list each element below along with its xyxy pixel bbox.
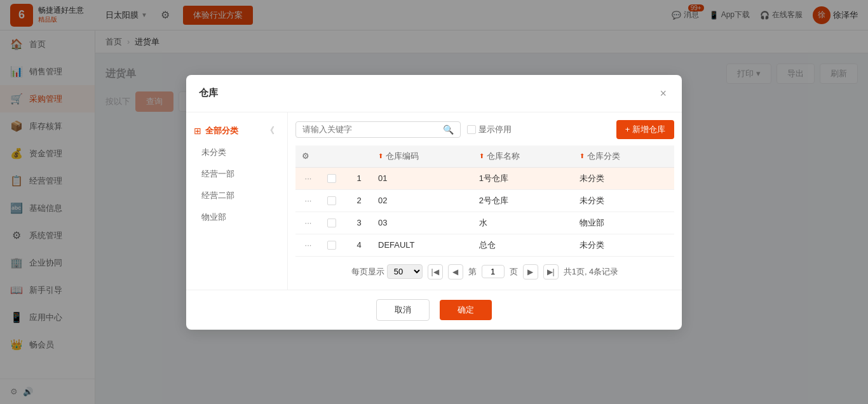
pagination: 每页显示 50 100 |◀ ◀ 第 页 ▶ ▶| 共1页, 4条记录 — [295, 257, 674, 282]
row-code-cell: 03 — [372, 212, 473, 234]
dialog-close-button[interactable]: × — [657, 85, 669, 102]
category-all-label: 全部分类 — [205, 125, 238, 137]
row-code-cell: 01 — [372, 167, 473, 189]
category-item-property[interactable]: 物业部 — [186, 206, 287, 228]
row-category-cell: 物业部 — [573, 212, 674, 234]
row-category-cell: 未分类 — [573, 189, 674, 212]
per-page-select[interactable]: 50 100 — [387, 264, 423, 279]
table-row[interactable]: ··· 1 01 1号仓库 未分类 — [295, 167, 674, 189]
table-row[interactable]: ··· 4 DEFAULT 总仓 未分类 — [295, 234, 674, 256]
row-code-cell: 02 — [372, 189, 473, 212]
col-header-name[interactable]: ⬆ 仓库名称 — [473, 145, 574, 168]
page-last-button[interactable]: ▶| — [543, 264, 559, 279]
table-row[interactable]: ··· 2 02 2号仓库 未分类 — [295, 189, 674, 212]
cancel-button[interactable]: 取消 — [376, 299, 430, 321]
row-action-cell[interactable]: ··· — [295, 234, 321, 256]
warehouse-dialog: 仓库 × ⊞ 全部分类 《 未分类 经营一部 经营二部 物业部 — [186, 75, 682, 330]
col-header-code[interactable]: ⬆ 仓库编码 — [372, 145, 473, 168]
row-check-cell[interactable] — [321, 212, 346, 234]
row-name-cell: 2号仓库 — [473, 189, 574, 212]
grid-icon: ⊞ — [194, 126, 201, 136]
dialog-title: 仓库 — [199, 87, 218, 99]
row-num-cell: 3 — [346, 212, 372, 234]
row-check-cell[interactable] — [321, 189, 346, 212]
collapse-button[interactable]: 《 — [263, 125, 277, 137]
col-header-category[interactable]: ⬆ 仓库分类 — [573, 145, 674, 168]
row-check-cell[interactable] — [321, 234, 346, 256]
row-checkbox[interactable] — [327, 219, 336, 227]
search-icon[interactable]: 🔍 — [443, 125, 454, 135]
table-panel: 🔍 显示停用 + 新增仓库 ⚙ — [288, 112, 682, 290]
page-first-button[interactable]: |◀ — [428, 264, 443, 279]
confirm-button[interactable]: 确定 — [440, 300, 492, 320]
row-action-cell[interactable]: ··· — [295, 189, 321, 212]
table-toolbar: 🔍 显示停用 + 新增仓库 — [295, 120, 674, 139]
per-page-selector: 每页显示 50 100 — [351, 264, 423, 279]
add-warehouse-button[interactable]: + 新增仓库 — [616, 120, 674, 139]
show-disabled-label[interactable]: 显示停用 — [467, 124, 512, 135]
row-name-cell: 水 — [473, 212, 574, 234]
row-code-cell: DEFAULT — [372, 234, 473, 256]
col-header-settings[interactable]: ⚙ — [295, 145, 321, 168]
row-checkbox[interactable] — [327, 241, 336, 250]
row-checkbox[interactable] — [327, 174, 336, 183]
page-input[interactable] — [482, 265, 505, 278]
row-name-cell: 1号仓库 — [473, 167, 574, 189]
col-header-num — [346, 145, 372, 168]
per-page-label: 每页显示 — [351, 266, 384, 278]
row-action-cell[interactable]: ··· — [295, 212, 321, 234]
row-checkbox[interactable] — [327, 196, 336, 205]
row-num-cell: 2 — [346, 189, 372, 212]
category-all-header[interactable]: ⊞ 全部分类 《 — [186, 120, 287, 142]
row-category-cell: 未分类 — [573, 167, 674, 189]
dialog-body: ⊞ 全部分类 《 未分类 经营一部 经营二部 物业部 🔍 — [186, 112, 682, 290]
col-header-check — [321, 145, 346, 168]
row-more-icon[interactable]: ··· — [305, 173, 312, 183]
warehouse-table: ⚙ ⬆ 仓库编码 ⬆ — [295, 145, 674, 257]
search-box: 🔍 — [295, 121, 461, 138]
row-more-icon[interactable]: ··· — [305, 240, 312, 250]
dialog-footer: 取消 确定 — [186, 290, 682, 330]
page-label: 第 — [468, 266, 477, 278]
row-name-cell: 总仓 — [473, 234, 574, 256]
sort-icon-code: ⬆ — [378, 152, 383, 159]
category-item-dept2[interactable]: 经营二部 — [186, 185, 287, 206]
row-category-cell: 未分类 — [573, 234, 674, 256]
page-unit: 页 — [510, 266, 518, 278]
category-item-dept1[interactable]: 经营一部 — [186, 163, 287, 185]
row-action-cell[interactable]: ··· — [295, 167, 321, 189]
row-num-cell: 1 — [346, 167, 372, 189]
row-more-icon[interactable]: ··· — [305, 218, 312, 227]
page-prev-button[interactable]: ◀ — [448, 264, 463, 279]
sort-icon-category: ⬆ — [580, 152, 585, 159]
category-item-uncat[interactable]: 未分类 — [186, 142, 287, 163]
category-panel: ⊞ 全部分类 《 未分类 经营一部 经营二部 物业部 — [186, 112, 288, 290]
table-row[interactable]: ··· 3 03 水 物业部 — [295, 212, 674, 234]
page-next-button[interactable]: ▶ — [523, 264, 538, 279]
row-num-cell: 4 — [346, 234, 372, 256]
modal-overlay: 仓库 × ⊞ 全部分类 《 未分类 经营一部 经营二部 物业部 — [0, 0, 868, 404]
search-input[interactable] — [302, 125, 443, 134]
row-check-cell[interactable] — [321, 167, 346, 189]
sort-icon-name: ⬆ — [479, 152, 484, 159]
row-more-icon[interactable]: ··· — [305, 196, 312, 205]
dialog-header: 仓库 × — [186, 75, 682, 112]
show-disabled-checkbox[interactable] — [467, 125, 476, 134]
page-total: 共1页, 4条记录 — [564, 266, 619, 278]
